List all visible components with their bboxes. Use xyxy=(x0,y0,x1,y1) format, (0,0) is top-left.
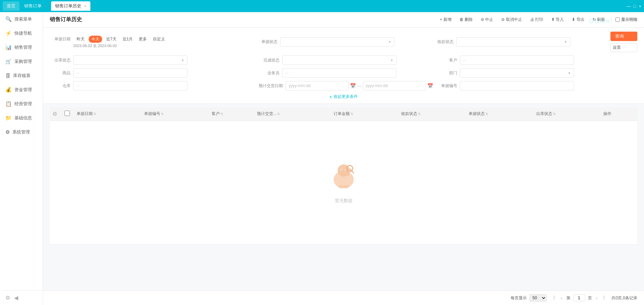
col-order-status-sort-icon[interactable]: ⇅ xyxy=(485,112,488,116)
cancel-stop-button[interactable]: ⊘ 取消中止 xyxy=(499,15,524,24)
department-select[interactable]: ▼ xyxy=(460,68,574,78)
receipt-status-select[interactable]: ▼ xyxy=(456,37,570,47)
total-info: 共0页,0条记录 xyxy=(611,295,637,301)
receipt-status-label: 收款状态 xyxy=(433,39,456,45)
page-header: 销售订单历史 + 新增 🗑 删除 ⊘ 中止 ⊘ 取消中止 🖨 打印 ⬆ 导入 ⬇… xyxy=(43,12,644,28)
prev-page-btn[interactable]: ‹ xyxy=(559,295,564,301)
date-separator: — xyxy=(357,83,361,88)
query-button[interactable]: 查询 xyxy=(610,32,637,41)
first-page-btn[interactable]: 《 xyxy=(549,294,557,302)
new-button[interactable]: + 新增 xyxy=(438,15,453,24)
sidebar-item-system-mgmt[interactable]: ⚙ 系统管理 xyxy=(0,125,43,139)
col-date-sort-icon[interactable]: ⇅ xyxy=(93,112,96,116)
date-btn-today[interactable]: 今天 xyxy=(89,36,102,43)
expected-date-to[interactable]: yyyy-mm-dd xyxy=(363,81,426,90)
last-page-btn[interactable]: 》 xyxy=(601,294,609,302)
col-date-label: 单据日期 xyxy=(77,111,93,117)
table-settings-icon[interactable]: ⚙ xyxy=(52,111,57,117)
col-delivery-status: 出库状态 ⇅ xyxy=(533,107,601,121)
date-btn-more[interactable]: 更多 xyxy=(137,36,149,43)
sidebar-item-quick-nav[interactable]: ⚡ 快捷导航 xyxy=(0,26,43,40)
order-num-input[interactable] xyxy=(460,81,574,90)
top-bar-controls: — □ × xyxy=(627,4,641,9)
date-btn-1month[interactable]: 近1月 xyxy=(121,36,135,43)
window-close-btn[interactable]: × xyxy=(639,4,641,9)
col-order-status: 单据状态 ⇅ xyxy=(466,107,533,121)
sidebar-item-basic-info[interactable]: 📁 基础信息 xyxy=(0,111,43,125)
inventory-calc-icon: 🗄 xyxy=(5,73,10,79)
print-button[interactable]: 🖨 打印 xyxy=(528,15,545,24)
main-layout: 🔍 搜索菜单 ⚡ 快捷导航 📊 销售管理 🛒 采购管理 🗄 库存核算 💰 资金管… xyxy=(0,12,644,305)
minimize-btn[interactable]: — xyxy=(627,4,631,9)
filter-item-receipt-status: 收款状态 ▼ xyxy=(433,37,605,47)
close-sales-history-tab[interactable]: × xyxy=(84,4,86,8)
sidebar-item-search-menu[interactable]: 🔍 搜索菜单 xyxy=(0,12,43,26)
display-detail-checkbox-label[interactable]: 显示明细 xyxy=(615,17,637,23)
export-button[interactable]: ⬇ 导出 xyxy=(570,15,586,24)
fund-mgmt-icon: 💰 xyxy=(5,87,12,93)
basic-info-icon: 📁 xyxy=(5,115,12,121)
product-input[interactable]: ··· xyxy=(73,68,187,78)
col-expected-date-sort-icon[interactable]: ⇅ xyxy=(277,112,280,116)
delivery-status-select[interactable]: ▼ xyxy=(73,55,187,65)
sidebar-label-basic-info: 基础信息 xyxy=(14,115,32,121)
order-status-select[interactable]: ▼ xyxy=(280,37,394,47)
maximize-btn[interactable]: □ xyxy=(634,4,636,9)
tab-sales-order[interactable]: 销售订单 × xyxy=(20,1,50,11)
system-mgmt-icon: ⚙ xyxy=(5,129,10,135)
sidebar-item-fund-mgmt[interactable]: 💰 资金管理 xyxy=(0,83,43,97)
import-button[interactable]: ⬆ 导入 xyxy=(549,15,566,24)
date-btn-custom[interactable]: 自定义 xyxy=(151,36,167,43)
col-date: 单据日期 ⇅ xyxy=(74,107,141,121)
col-actions: 操作 xyxy=(601,107,637,121)
col-delivery-status-sort-icon[interactable]: ⇅ xyxy=(553,112,556,116)
col-order-no-sort-icon[interactable]: ⇅ xyxy=(161,112,164,116)
tab-home[interactable]: 首页 xyxy=(3,1,19,11)
col-customer: 客户 ⇅ xyxy=(209,107,255,121)
sidebar-item-operations-mgmt[interactable]: 📋 经营管理 xyxy=(0,97,43,111)
sidebar-settings-icon[interactable]: ⚙ xyxy=(5,295,10,301)
calendar-to-icon[interactable]: 📅 xyxy=(427,83,433,88)
settings-filter-button[interactable]: 设置 xyxy=(610,43,637,52)
col-customer-sort-icon[interactable]: ⇅ xyxy=(220,112,223,116)
next-page-btn[interactable]: › xyxy=(595,295,599,301)
calendar-from-icon[interactable]: 📅 xyxy=(350,83,356,88)
tab-sales-history[interactable]: 销售订单历史 × xyxy=(51,1,90,11)
close-sales-order-tab[interactable]: × xyxy=(44,4,46,8)
completion-status-select[interactable]: ▼ xyxy=(282,55,396,65)
filter-item-product: 商品 ··· xyxy=(50,68,259,78)
operations-mgmt-icon: 📋 xyxy=(5,101,12,107)
salesperson-input[interactable]: ··· xyxy=(282,68,396,78)
collapse-button[interactable]: ∧ 收起更多条件 xyxy=(329,94,358,100)
date-filter: 昨天 今天 近7天 近1月 更多 自定义 xyxy=(75,36,167,43)
sidebar-bottom: ⚙ ◀ xyxy=(0,290,43,305)
select-all-checkbox[interactable] xyxy=(65,111,70,116)
col-amount-sort-icon[interactable]: ⇅ xyxy=(350,112,353,116)
empty-state: 暂无数据 xyxy=(50,141,637,224)
sidebar-item-purchase-mgmt[interactable]: 🛒 采购管理 xyxy=(0,54,43,69)
page-number-input[interactable] xyxy=(573,295,585,301)
date-btn-7days[interactable]: 近7天 xyxy=(104,36,119,43)
col-receipt-status: 收款状态 ⇅ xyxy=(398,107,466,121)
refresh-button[interactable]: ↻ 刷新 xyxy=(591,15,607,24)
customer-dots-icon: ··· xyxy=(463,58,466,63)
svg-point-5 xyxy=(345,170,346,170)
empty-state-row: 暂无数据 xyxy=(50,121,637,244)
col-receipt-status-sort-icon[interactable]: ⇅ xyxy=(418,112,421,116)
sidebar-collapse-icon[interactable]: ◀ xyxy=(14,295,18,301)
per-page-select[interactable]: 50 10 20 100 xyxy=(529,294,547,302)
expected-date-from[interactable]: yyyy-mm-dd xyxy=(286,81,349,90)
date-label: 单据日期 xyxy=(50,36,73,42)
delete-button[interactable]: 🗑 删除 xyxy=(458,15,475,24)
sidebar-item-sales-mgmt[interactable]: 📊 销售管理 xyxy=(0,40,43,54)
col-order-no: 单据编号 ⇅ xyxy=(141,107,209,121)
warehouse-input[interactable]: ··· xyxy=(73,81,187,90)
date-btn-yesterday[interactable]: 昨天 xyxy=(75,36,87,43)
customer-input[interactable]: ··· xyxy=(460,55,574,65)
stop-button[interactable]: ⊘ 中止 xyxy=(479,15,495,24)
display-detail-checkbox[interactable] xyxy=(615,17,620,22)
sidebar: 🔍 搜索菜单 ⚡ 快捷导航 📊 销售管理 🛒 采购管理 🗄 库存核算 💰 资金管… xyxy=(0,12,43,305)
sidebar-item-inventory-calc[interactable]: 🗄 库存核算 xyxy=(0,69,43,83)
col-expected-date-label: 预计交货... xyxy=(257,111,276,117)
page-of-label: 页 xyxy=(588,295,592,301)
